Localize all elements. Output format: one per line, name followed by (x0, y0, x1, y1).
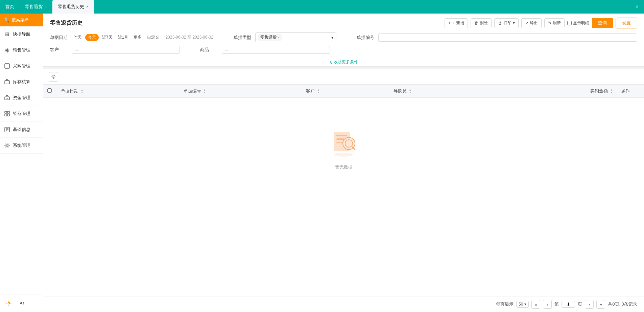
first-page-button[interactable]: « (531, 300, 540, 309)
sidebar: 🔍 搜索菜单 ⊞ 快捷导航 ◉ 销售管理 采购管理 库存核算 资 (0, 14, 43, 312)
main-layout: 🔍 搜索菜单 ⊞ 快捷导航 ◉ 销售管理 采购管理 库存核算 资 (0, 14, 644, 312)
th-checkbox (43, 85, 57, 98)
sidebar-bottom (0, 294, 43, 312)
delete-button[interactable]: 🗑 删除 (471, 18, 492, 28)
number-filter-label: 单据编号 (357, 35, 376, 41)
th-customer[interactable]: 客户 ▲▼ (302, 85, 389, 98)
svg-point-15 (6, 145, 8, 147)
sidebar-item-sales[interactable]: ◉ 销售管理 (0, 42, 43, 58)
svg-rect-20 (336, 135, 347, 136)
date-range-display: 2023-06-02 至 2023-06-02 (165, 35, 213, 40)
th-number[interactable]: 单据编号 ▲▼ (180, 85, 302, 98)
table-settings-button[interactable] (49, 72, 58, 82)
sidebar-settings-button[interactable] (4, 298, 14, 308)
quick-nav-icon: ⊞ (4, 31, 10, 37)
page-label: 页 (578, 301, 582, 307)
tab-return[interactable]: 零售退货 × (20, 0, 52, 14)
sort-number-icon: ▲▼ (203, 89, 206, 94)
svg-rect-9 (5, 114, 7, 116)
new-button[interactable]: + + 新增 (445, 18, 468, 28)
refresh-button[interactable]: ↻ 刷新 (544, 18, 565, 28)
table-toolbar (43, 69, 644, 85)
date-btn-today[interactable]: 今天 (85, 34, 99, 41)
sort-guide-icon: ▲▼ (409, 89, 411, 94)
sidebar-item-basic[interactable]: 基础信息 (0, 122, 43, 138)
date-btn-custom[interactable]: 自定义 (145, 34, 161, 41)
sidebar-item-quick-nav[interactable]: ⊞ 快捷导航 (0, 26, 43, 42)
sidebar-item-operations[interactable]: 经营管理 (0, 106, 43, 122)
collapse-button[interactable]: ∧ 收起更多条件 (50, 57, 637, 66)
sidebar-item-inventory[interactable]: 库存核算 (0, 74, 43, 90)
show-detail-checkbox-label[interactable]: 显示明细 (567, 20, 589, 26)
operations-icon (4, 111, 10, 117)
type-tag-close[interactable]: × (278, 36, 280, 39)
refresh-icon: ↻ (548, 21, 551, 25)
data-table: 单据日期 ▲▼ 单据编号 ▲▼ 客户 ▲▼ 导购员 (43, 85, 644, 98)
date-btn-yesterday[interactable]: 昨天 (72, 34, 84, 41)
goods-filter-input[interactable] (222, 46, 330, 54)
svg-point-17 (53, 76, 54, 77)
page-header: 零售退货历史 + + 新增 🗑 删除 🖨 打印 ▾ (43, 14, 644, 67)
inventory-icon (4, 79, 10, 85)
tab-bar: 首页 零售退货 × 零售退货历史 × × (0, 0, 644, 14)
date-btn-more[interactable]: 更多 (132, 34, 144, 41)
tab-return-history-close[interactable]: × (86, 4, 89, 9)
date-filter-label: 单据日期 (50, 35, 69, 41)
date-btn-7days[interactable]: 近7天 (100, 34, 115, 41)
system-icon (4, 142, 10, 149)
purchase-icon (4, 63, 10, 69)
svg-rect-8 (7, 111, 9, 113)
filter-row-1: 单据日期 昨天 今天 近7天 近1月 更多 自定义 2023-06-02 至 2… (50, 32, 637, 42)
th-amount[interactable]: 实销金额 ▲▼ (494, 85, 617, 98)
window-close-button[interactable]: × (630, 4, 644, 10)
filter-row-2: 客户 商品 (50, 46, 637, 54)
print-button[interactable]: 🖨 打印 ▾ (494, 18, 519, 28)
number-filter-group: 单据编号 (357, 34, 637, 42)
type-select-chevron: ▾ (331, 35, 333, 40)
print-icon: 🖨 (498, 21, 502, 25)
sales-icon: ◉ (4, 47, 10, 53)
tab-home[interactable]: 首页 (0, 0, 20, 14)
svg-point-6 (7, 98, 8, 99)
last-page-button[interactable]: » (596, 300, 605, 309)
sidebar-item-system[interactable]: 系统管理 (0, 138, 43, 154)
sort-date-icon: ▲▼ (81, 89, 84, 94)
svg-rect-21 (336, 138, 344, 140)
delete-icon: 🗑 (474, 21, 478, 25)
date-btn-1month[interactable]: 近1月 (116, 34, 130, 41)
next-page-button[interactable]: › (585, 300, 594, 309)
toolbar: + + 新增 🗑 删除 🖨 打印 ▾ ↗ 导出 (445, 18, 637, 28)
page-size-chevron: ▾ (524, 302, 526, 307)
th-guide[interactable]: 导购员 ▲▼ (389, 85, 495, 98)
basic-icon (4, 127, 10, 133)
number-filter-input[interactable] (378, 34, 637, 42)
type-filter-group: 单据类型 零售退货 × ▾ (234, 32, 336, 42)
type-tag: 零售退货 × (258, 34, 282, 41)
svg-point-18 (334, 153, 353, 157)
prev-page-button[interactable]: ‹ (543, 300, 552, 309)
sidebar-audio-button[interactable] (18, 298, 27, 308)
sidebar-search[interactable]: 🔍 搜索菜单 (0, 14, 43, 26)
select-all-checkbox[interactable] (47, 88, 52, 93)
svg-point-16 (8, 303, 10, 304)
customer-filter-label: 客户 (50, 47, 69, 53)
svg-rect-7 (5, 111, 7, 113)
type-filter-select[interactable]: 零售退货 × ▾ (255, 32, 336, 42)
sidebar-item-purchase[interactable]: 采购管理 (0, 58, 43, 74)
sort-amount-icon: ▲▼ (610, 89, 613, 94)
total-label: 共0页, 0条记录 (608, 301, 637, 307)
page-title-row: 零售退货历史 + + 新增 🗑 删除 🖨 打印 ▾ (50, 18, 637, 28)
setting-button[interactable]: 设置 (616, 18, 637, 28)
date-shortcuts: 昨天 今天 近7天 近1月 更多 自定义 (72, 34, 161, 41)
date-filter-group: 单据日期 昨天 今天 近7天 近1月 更多 自定义 2023-06-02 至 2… (50, 34, 213, 41)
query-button[interactable]: 查询 (592, 18, 613, 28)
th-date[interactable]: 单据日期 ▲▼ (57, 85, 180, 98)
customer-filter-input[interactable] (72, 46, 180, 54)
tab-return-history[interactable]: 零售退货历史 × (52, 0, 94, 14)
page-number-input[interactable] (562, 301, 575, 308)
export-button[interactable]: ↗ 导出 (521, 18, 542, 28)
tab-return-close[interactable]: × (45, 4, 47, 9)
page-size-select[interactable]: 50 ▾ (516, 301, 529, 308)
sidebar-item-finance[interactable]: 资金管理 (0, 90, 43, 106)
show-detail-checkbox[interactable] (567, 21, 572, 25)
